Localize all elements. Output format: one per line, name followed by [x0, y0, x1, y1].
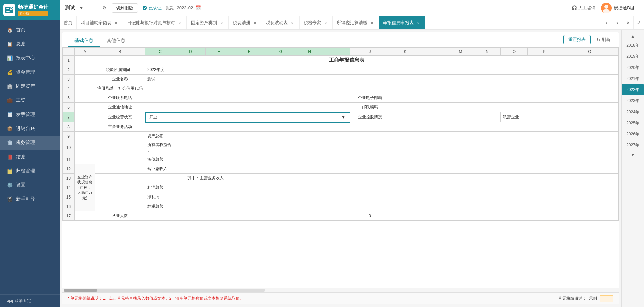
col-header-F[interactable]: F	[232, 48, 266, 56]
cell-7-C[interactable]: 开业 ▼	[145, 112, 350, 122]
cell-7-A[interactable]	[75, 112, 95, 122]
switch-old-btn[interactable]: 切到旧版	[112, 3, 138, 13]
col-header-N[interactable]: N	[474, 48, 501, 56]
sidebar-item-funds[interactable]: 💰 资金管理	[0, 65, 60, 79]
cell-3-J[interactable]	[350, 75, 619, 84]
cell-9-C[interactable]: 资产总额	[145, 132, 175, 141]
tab-tax-form[interactable]: 税表清册 ×	[229, 16, 262, 29]
col-header-M[interactable]: M	[447, 48, 474, 56]
sidebar-item-settings[interactable]: ⚙️ 设置	[0, 178, 60, 192]
year-item-2027[interactable]: 2027年	[622, 140, 644, 151]
cell-13-C[interactable]: 其中：主营业务收入	[145, 174, 266, 183]
cell-14-B[interactable]	[95, 183, 145, 192]
cell-11-C[interactable]: 负债总额	[145, 155, 175, 164]
cell-5-B[interactable]: 企业联系电话	[95, 93, 145, 103]
cell-8-A[interactable]	[75, 122, 95, 132]
cell-title[interactable]: 工商年报信息表	[75, 56, 619, 65]
year-scroll-up-btn[interactable]: ▲	[622, 32, 644, 40]
sidebar-item-stock[interactable]: 📦 进销台账	[0, 122, 60, 136]
cell-17-J[interactable]: 0	[350, 211, 390, 221]
sub-tab-basic[interactable]: 基础信息	[68, 35, 100, 47]
cell-10-B[interactable]	[95, 141, 145, 155]
sidebar-item-home[interactable]: 🏠 首页	[0, 23, 60, 37]
cell-15-C[interactable]: 净利润	[145, 192, 175, 202]
tab-close-btn[interactable]: ×	[369, 20, 375, 26]
cell-9-B[interactable]	[95, 132, 145, 141]
year-item-2023[interactable]: 2023年	[622, 95, 644, 106]
sidebar-item-invoice[interactable]: 🧾 发票管理	[0, 107, 60, 122]
cell-3-B[interactable]: 企业名称	[95, 75, 145, 84]
cell-2-A[interactable]	[75, 65, 95, 75]
col-header-K[interactable]: K	[390, 48, 420, 56]
cell-8-B[interactable]: 主营业务活动	[95, 122, 145, 132]
year-item-2022[interactable]: 2022年	[622, 84, 644, 95]
tab-tax-expert[interactable]: 税检专家 ×	[300, 16, 333, 29]
gear-btn[interactable]: ⚙	[100, 3, 109, 13]
tab-close-btn[interactable]: ×	[177, 20, 182, 26]
tab-close-all-btn[interactable]: ×	[623, 16, 633, 30]
col-header-B[interactable]: B	[95, 48, 145, 56]
tab-close-btn[interactable]: ×	[290, 20, 295, 26]
year-item-2021[interactable]: 2021年	[622, 73, 644, 84]
col-header-H[interactable]: H	[296, 48, 323, 56]
tab-close-btn[interactable]: ×	[219, 20, 224, 26]
dropdown-arrow-icon[interactable]: ▼	[341, 115, 345, 120]
col-header-J[interactable]: J	[350, 48, 390, 56]
col-header-Q[interactable]: Q	[561, 48, 619, 56]
tab-annual-report[interactable]: 年报信息申报表 ×	[379, 16, 425, 29]
tab-close-btn[interactable]: ×	[416, 20, 421, 26]
cell-4-A[interactable]	[75, 84, 95, 93]
cell-16-D[interactable]	[175, 202, 619, 211]
h-scrollbar[interactable]	[62, 288, 619, 292]
cell-17-K[interactable]	[390, 211, 619, 221]
cell-4-C[interactable]	[145, 84, 619, 93]
cell-3-A[interactable]	[75, 75, 95, 84]
tab-close-btn[interactable]: ×	[113, 20, 119, 26]
tab-journal[interactable]: 日记账与银行对账单核对 ×	[123, 16, 187, 29]
col-header-C[interactable]: C	[145, 48, 175, 56]
year-scroll-down-btn[interactable]: ▼	[622, 151, 644, 159]
sidebar-collapse-btn[interactable]: ◀◀ 取消固定	[0, 294, 60, 307]
sidebar-item-archive[interactable]: 🗂️ 归档管理	[0, 164, 60, 178]
cell-9-A[interactable]	[75, 132, 95, 141]
cell-11-A[interactable]	[75, 155, 95, 164]
year-item-2024[interactable]: 2024年	[622, 106, 644, 118]
sidebar-item-tax[interactable]: 🏛️ 税务管理	[0, 136, 60, 150]
tab-next-btn[interactable]: ›	[612, 16, 623, 30]
cell-9-D[interactable]	[175, 132, 619, 141]
service-btn[interactable]: 🎧 人工咨询	[572, 5, 596, 11]
sidebar-item-ledger[interactable]: 📋 总账	[0, 37, 60, 51]
col-header-P[interactable]: P	[528, 48, 561, 56]
cell-7-P[interactable]: 私营企业	[501, 112, 619, 122]
cell-7-B[interactable]: 企业经营状态	[95, 112, 145, 122]
tab-close-btn[interactable]: ×	[252, 20, 258, 26]
cell-2-C[interactable]: 2022年度	[145, 65, 350, 75]
sidebar-item-salary[interactable]: 💼 工资	[0, 93, 60, 107]
cell-2-J[interactable]	[350, 65, 619, 75]
cell-13-B[interactable]	[95, 174, 145, 183]
col-header-A[interactable]: A	[75, 48, 95, 56]
col-header-D[interactable]: D	[175, 48, 206, 56]
cell-5-A[interactable]	[75, 93, 95, 103]
year-item-2020[interactable]: 2020年	[622, 62, 644, 73]
cell-16-C[interactable]: 纳税总额	[145, 202, 175, 211]
cell-10-C[interactable]: 所有者权益合计	[145, 141, 175, 155]
col-header-I[interactable]: I	[323, 48, 350, 56]
sub-tab-other[interactable]: 其他信息	[100, 35, 132, 47]
add-btn[interactable]: ＋	[88, 3, 97, 13]
tab-home[interactable]: 首页	[60, 16, 77, 29]
sidebar-item-close[interactable]: 📕 结账	[0, 150, 60, 164]
refresh-btn[interactable]: ↻ 刷新	[594, 35, 613, 44]
cell-2-B[interactable]: 税款所属期间：	[95, 65, 145, 75]
topbar-dropdown[interactable]: ▼	[79, 5, 84, 10]
cell-6-K[interactable]	[390, 103, 619, 112]
calendar-icon[interactable]: 📅	[196, 5, 201, 10]
col-header-E[interactable]: E	[206, 48, 232, 56]
cell-6-B[interactable]: 企业通信地址	[95, 103, 145, 112]
tab-close-btn[interactable]: ×	[323, 20, 328, 26]
cell-12-B[interactable]	[95, 164, 145, 174]
tab-prev-btn[interactable]: ‹	[601, 16, 612, 30]
col-header-G[interactable]: G	[266, 48, 296, 56]
reset-report-btn[interactable]: 重置报表	[563, 35, 591, 44]
cell-11-B[interactable]	[95, 155, 145, 164]
